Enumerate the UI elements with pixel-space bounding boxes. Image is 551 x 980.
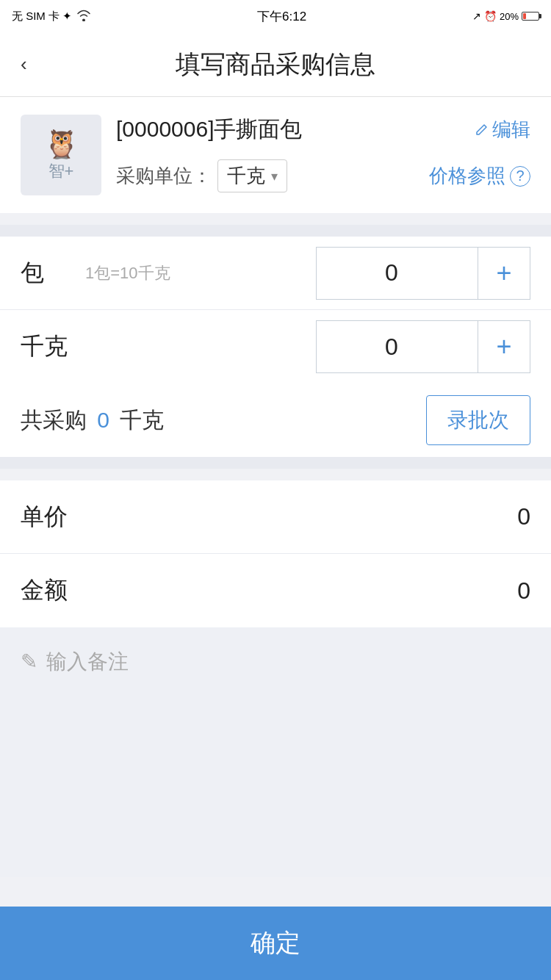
price-ref-label: 价格参照 bbox=[429, 163, 505, 189]
amount-row: 金额 0 bbox=[0, 554, 551, 627]
status-bar: 无 SIM 卡 ✦ 下午6:12 ↗ ⏰ 20% bbox=[0, 0, 551, 32]
bag-row: 包 1包=10千克 + bbox=[0, 237, 551, 310]
total-row: 共采购 0 千克 录批次 bbox=[0, 383, 551, 457]
price-section: 单价 0 金额 0 bbox=[0, 480, 551, 627]
status-time: 下午6:12 bbox=[257, 8, 306, 25]
battery-percent: 20% bbox=[500, 11, 519, 22]
sim-status: 无 SIM 卡 ✦ bbox=[12, 10, 72, 24]
back-button[interactable]: ‹ bbox=[21, 53, 27, 76]
unit-price-row: 单价 0 bbox=[0, 480, 551, 554]
total-value: 0 bbox=[97, 408, 109, 432]
product-card: 🦉 智+ [0000006]手撕面包 编辑 采购单位： 千克 bbox=[0, 97, 551, 213]
total-unit: 千克 bbox=[120, 408, 164, 432]
edit-label: 编辑 bbox=[492, 117, 530, 143]
battery-icon bbox=[522, 12, 539, 21]
kg-input[interactable] bbox=[316, 320, 478, 373]
kg-plus-button[interactable]: + bbox=[478, 320, 530, 373]
amount-label: 金额 bbox=[21, 574, 68, 607]
product-image: 🦉 智+ bbox=[21, 115, 101, 195]
total-text: 共采购 0 千克 bbox=[21, 406, 164, 436]
price-ref-help-icon: ? bbox=[510, 166, 530, 187]
nav-bar: ‹ 填写商品采购信息 bbox=[0, 32, 551, 97]
product-unit-row: 采购单位： 千克 ▾ 价格参照 ? bbox=[116, 159, 530, 192]
kg-input-group: + bbox=[316, 320, 530, 373]
unit-dropdown-arrow: ▾ bbox=[271, 168, 278, 184]
kg-plus-icon: + bbox=[496, 331, 511, 362]
bag-input-group: + bbox=[316, 247, 530, 300]
kg-label: 千克 bbox=[21, 331, 79, 363]
confirm-button-label: 确定 bbox=[251, 926, 300, 960]
product-info: [0000006]手撕面包 编辑 采购单位： 千克 ▾ 价格 bbox=[116, 115, 530, 192]
edit-button[interactable]: 编辑 bbox=[475, 117, 530, 143]
product-name: [0000006]手撕面包 bbox=[116, 115, 302, 145]
bag-plus-icon: + bbox=[496, 258, 511, 289]
separator-1 bbox=[0, 225, 551, 237]
unit-select-value: 千克 bbox=[227, 163, 265, 189]
location-icon: ↗ bbox=[472, 10, 481, 22]
product-image-owl: 🦉 bbox=[44, 128, 79, 160]
confirm-bar[interactable]: 确定 bbox=[0, 907, 551, 980]
quantity-form-section: 包 1包=10千克 + 千克 + bbox=[0, 237, 551, 383]
kg-row: 千克 + bbox=[0, 310, 551, 383]
batch-button[interactable]: 录批次 bbox=[426, 395, 530, 445]
unit-select[interactable]: 千克 ▾ bbox=[217, 159, 287, 192]
bag-input[interactable] bbox=[316, 247, 478, 300]
bag-plus-button[interactable]: + bbox=[478, 247, 530, 300]
product-image-label: 智+ bbox=[44, 160, 79, 182]
separator-2 bbox=[0, 457, 551, 469]
remark-section[interactable]: ✎ 输入备注 bbox=[0, 627, 551, 877]
unit-section: 采购单位： 千克 ▾ bbox=[116, 159, 287, 192]
unit-price-value: 0 bbox=[517, 503, 530, 530]
remark-icon: ✎ bbox=[21, 649, 37, 674]
amount-value: 0 bbox=[517, 577, 530, 605]
unit-price-label: 单价 bbox=[21, 501, 68, 533]
status-right: ↗ ⏰ 20% bbox=[472, 10, 539, 22]
product-name-row: [0000006]手撕面包 编辑 bbox=[116, 115, 530, 145]
bag-label: 包 bbox=[21, 257, 79, 289]
bag-sub-label: 1包=10千克 bbox=[85, 262, 170, 284]
price-ref-button[interactable]: 价格参照 ? bbox=[429, 163, 530, 189]
alarm-icon: ⏰ bbox=[484, 10, 497, 22]
status-left: 无 SIM 卡 ✦ bbox=[12, 10, 91, 24]
total-label: 共采购 bbox=[21, 408, 87, 432]
content: 🦉 智+ [0000006]手撕面包 编辑 采购单位： 千克 bbox=[0, 97, 551, 951]
unit-label: 采购单位： bbox=[116, 163, 212, 189]
page-title: 填写商品采购信息 bbox=[176, 48, 375, 82]
remark-placeholder: 输入备注 bbox=[46, 648, 129, 676]
wifi-icon bbox=[76, 10, 91, 24]
